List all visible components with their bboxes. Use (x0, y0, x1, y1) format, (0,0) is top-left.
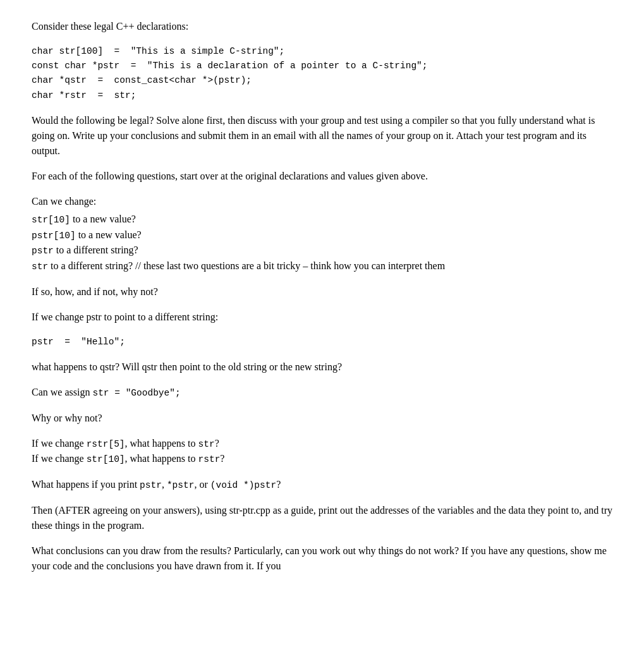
can-assign-code: str = "Goodbye"; (92, 388, 180, 398)
change-item-3-code: pstr (32, 246, 54, 256)
change-item-1: str[10] to a new value? (32, 212, 612, 227)
what-if-print-comma1: , (162, 479, 167, 490)
change-str-line: If we change str[10], what happens to rs… (32, 451, 612, 467)
change-item-4-code: str (32, 262, 48, 272)
change-item-3-text: to a different string? (54, 245, 138, 255)
change-item-2-text: to a new value? (76, 229, 142, 240)
change-item-3: pstr to a different string? (32, 243, 612, 258)
what-if-print-code2: *pstr (167, 480, 195, 490)
what-if-print-code3: (void *)pstr (210, 480, 276, 490)
change-rstr-code2: str (198, 439, 215, 449)
change-rstr-line: If we change rstr[5], what happens to st… (32, 436, 612, 452)
what-if-print-pre: What happens if you print (32, 479, 140, 490)
change-rstr-pre: If we change (32, 438, 87, 449)
change-rstr-code: rstr[5] (87, 439, 125, 449)
change-rstr-str: If we change rstr[5], what happens to st… (32, 436, 612, 468)
what-if-print-or: , or (194, 479, 210, 490)
code-block-2: pstr = "Hello"; (32, 335, 612, 349)
change-str-mid: , what happens to (125, 453, 198, 464)
what-if-print-text: What happens if you print pstr, *pstr, o… (32, 477, 612, 493)
can-we-change-label: Can we change: (32, 194, 612, 209)
change-item-2: pstr[10] to a new value? (32, 227, 612, 243)
question1-text: Would the following be legal? Solve alon… (32, 113, 612, 159)
if-we-change-text: If we change pstr to point to a differen… (32, 310, 612, 325)
what-happens-qstr-text: what happens to qstr? Will qstr then poi… (32, 360, 612, 375)
change-str-code2: rstr (198, 454, 221, 464)
change-str-code: str[10] (87, 454, 125, 464)
change-item-4: str to a different string? // these last… (32, 258, 612, 274)
change-item-2-code: pstr[10] (32, 231, 76, 241)
change-str-pre: If we change (32, 453, 87, 464)
what-if-print-end: ? (276, 479, 281, 490)
change-rstr-mid: , what happens to (125, 438, 198, 449)
question2-text: For each of the following questions, sta… (32, 169, 612, 184)
intro-text: Consider these legal C++ declarations: (32, 19, 612, 34)
can-assign-text: Can we assign str = "Goodbye"; (32, 385, 612, 401)
conclusions-text: What conclusions can you draw from the r… (32, 543, 612, 574)
then-after-text: Then (AFTER agreeing on your answers), u… (32, 503, 612, 533)
can-assign-pre: Can we assign (32, 387, 92, 397)
what-if-print-code1: pstr (140, 480, 162, 490)
if-so-text: If so, how, and if not, why not? (32, 284, 612, 299)
page-content: Consider these legal C++ declarations: c… (32, 19, 612, 574)
change-items: str[10] to a new value? pstr[10] to a ne… (32, 212, 612, 274)
why-or-why-not-text: Why or why not? (32, 411, 612, 426)
change-item-1-text: to a new value? (70, 214, 136, 224)
change-str-end: ? (220, 453, 224, 464)
code-block-1: char str[100] = "This is a simple C-stri… (32, 44, 612, 103)
change-item-4-text: to a different string? // these last two… (48, 260, 445, 271)
change-rstr-end: ? (215, 438, 219, 449)
change-item-1-code: str[10] (32, 215, 70, 225)
